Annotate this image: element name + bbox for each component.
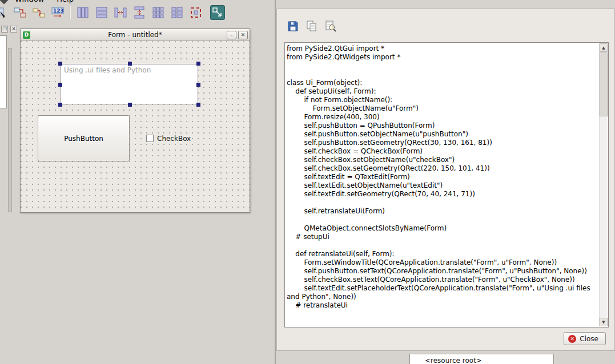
- scroll-down-icon[interactable]: ▼: [600, 318, 608, 326]
- close-button-label: Close: [580, 335, 598, 343]
- layout-horizontal-icon[interactable]: [76, 6, 90, 19]
- generated-code: from PySide2.QtGui import * from PySide2…: [287, 45, 598, 325]
- form-window-title: Form - untitled*: [21, 31, 250, 39]
- dock-close-icon[interactable]: ✕: [10, 26, 17, 33]
- checkbox-box[interactable]: [146, 135, 154, 142]
- dock-titlebar-buttons: ❐ ✕: [1, 26, 17, 33]
- resize-handle[interactable]: [128, 62, 132, 66]
- save-icon[interactable]: [286, 19, 300, 33]
- close-button[interactable]: ✕ Close: [564, 332, 606, 345]
- minimize-button[interactable]: -: [227, 31, 236, 39]
- splitter-horizontal-icon[interactable]: [114, 6, 127, 19]
- menubar: Window Help: [15, 0, 74, 3]
- scrollbar-thumb[interactable]: [600, 52, 608, 116]
- panel-divider: [275, 0, 276, 364]
- resize-handle[interactable]: [196, 103, 200, 107]
- pushbutton-widget[interactable]: PushButton: [38, 115, 130, 161]
- splitter-vertical-icon[interactable]: [132, 6, 146, 19]
- qt-designer-window: { "menubar": { "items": ["Window", "Help…: [0, 0, 615, 364]
- resource-root-row[interactable]: <resource root>: [409, 354, 554, 364]
- resize-handle[interactable]: [58, 103, 62, 107]
- copy-icon[interactable]: [305, 19, 319, 33]
- edit-tab-order-icon[interactable]: 123: [51, 6, 65, 19]
- code-text-area[interactable]: from PySide2.QtGui import * from PySide2…: [284, 42, 609, 327]
- find-in-code-icon[interactable]: [324, 19, 337, 33]
- form-titlebar[interactable]: D Form - untitled* - ✕: [21, 29, 250, 41]
- checkbox-widget[interactable]: CheckBox: [146, 127, 204, 150]
- edit-widgets-icon[interactable]: [0, 6, 8, 19]
- selection-handles: [61, 64, 198, 104]
- adjust-size-icon[interactable]: [210, 5, 225, 20]
- dock-float-icon[interactable]: ❐: [1, 26, 8, 33]
- layout-grid-icon[interactable]: [151, 6, 165, 19]
- svg-text:123: 123: [53, 8, 64, 14]
- resize-handle[interactable]: [128, 103, 132, 107]
- main-toolbar: 123: [0, 5, 225, 20]
- resize-handle[interactable]: [58, 83, 62, 87]
- form-editor-window: D Form - untitled* - ✕ Using .ui files a…: [20, 29, 250, 213]
- close-window-button[interactable]: ✕: [238, 31, 248, 39]
- resize-handle[interactable]: [196, 62, 200, 66]
- close-button-icon: ✕: [568, 335, 576, 343]
- checkbox-label: CheckBox: [157, 135, 191, 143]
- menu-help[interactable]: Help: [57, 0, 74, 3]
- form-canvas[interactable]: Using .ui files and Python PushButton Ch…: [21, 41, 250, 212]
- code-scrollbar[interactable]: ▲ ▼: [599, 43, 608, 326]
- widget-box-panel-sliver: [0, 35, 7, 108]
- code-dialog-toolbar: [286, 19, 337, 33]
- menu-corner-icon: [0, 0, 9, 4]
- toolbar-separator: [70, 6, 71, 19]
- edit-buddies-icon[interactable]: [32, 6, 46, 19]
- break-layout-icon[interactable]: [189, 6, 203, 19]
- resize-handle[interactable]: [196, 83, 200, 87]
- menu-window[interactable]: Window: [15, 0, 44, 3]
- resource-root-label: <resource root>: [425, 357, 482, 364]
- resize-handle[interactable]: [58, 62, 62, 66]
- code-preview-dialog: from PySide2.QtGui import * from PySide2…: [276, 9, 615, 351]
- widget-box-scrollbar[interactable]: [8, 48, 12, 212]
- edit-signals-slots-icon[interactable]: [13, 6, 27, 19]
- scroll-up-icon[interactable]: ▲: [600, 43, 608, 52]
- layout-vertical-icon[interactable]: [95, 6, 108, 19]
- form-window-icon: D: [23, 31, 30, 39]
- layout-form-icon[interactable]: [170, 6, 184, 19]
